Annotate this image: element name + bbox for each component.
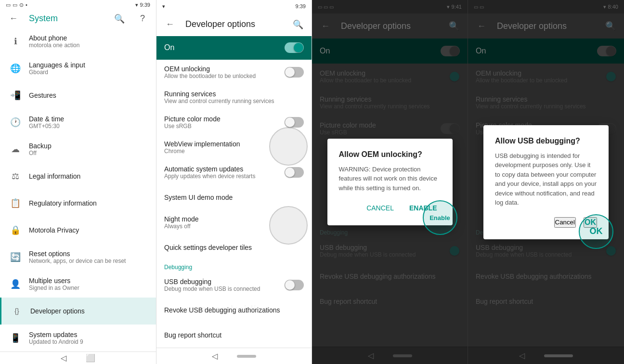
nav-item-backup[interactable]: ☁ Backup Off bbox=[0, 136, 156, 163]
status-icons-right: ▾ 9:39 bbox=[135, 2, 150, 8]
globe-icon: 🌐 bbox=[8, 61, 23, 76]
webview-title: WebView implementation bbox=[164, 140, 240, 148]
nav-item-reset[interactable]: 🔄 Reset options Network, apps, or device… bbox=[0, 244, 156, 271]
oem-highlight-circle bbox=[269, 127, 308, 166]
help-button-1[interactable]: ? bbox=[135, 11, 150, 26]
nav-item-gestures[interactable]: 📲 Gestures bbox=[0, 82, 156, 109]
developer-toggle[interactable] bbox=[285, 42, 304, 53]
about-phone-title: About phone bbox=[29, 34, 148, 42]
picture-color-title: Picture color mode bbox=[164, 115, 221, 123]
home-pill[interactable] bbox=[237, 355, 256, 358]
multiple-users-title: Multiple users bbox=[29, 277, 148, 285]
clock-icon: 🕐 bbox=[8, 115, 23, 130]
back-button-2[interactable]: ← bbox=[162, 17, 178, 32]
developer-panel-oem-dialog: ▭ ▭ ▭ ▾ 9:41 ← Developer options 🔍 On OE… bbox=[312, 0, 468, 364]
bug-report-title: Bug report shortcut bbox=[164, 331, 221, 339]
nav-item-date-time[interactable]: 🕐 Date & time GMT+05:30 bbox=[0, 109, 156, 136]
running-services-item[interactable]: Running services View and control curren… bbox=[156, 85, 312, 110]
enable-circle: Enable bbox=[423, 200, 457, 235]
nav-item-system-updates[interactable]: 📱 System updates Updated to Android 9 bbox=[0, 325, 156, 351]
quick-settings-title: Quick settings developer tiles bbox=[164, 244, 252, 251]
oem-unlocking-item[interactable]: OEM unlocking Allow the bootloader to be… bbox=[156, 60, 312, 85]
gestures-icon: 📲 bbox=[8, 88, 23, 103]
system-updates-sub: Updated to Android 9 bbox=[29, 338, 148, 345]
nav-item-about-phone[interactable]: ℹ About phone motorola one action bbox=[0, 28, 156, 55]
oem-dialog-body: WARNING: Device protection features will… bbox=[339, 165, 441, 193]
system-ui-demo-title: System UI demo mode bbox=[164, 194, 233, 201]
regulatory-icon: 📋 bbox=[8, 195, 23, 211]
privacy-icon: 🔒 bbox=[8, 222, 23, 238]
oem-dialog: Allow OEM unlocking? WARNING: Device pro… bbox=[327, 139, 453, 226]
nav-bar-1: ◁ ⬜ bbox=[0, 351, 156, 364]
date-time-sub: GMT+05:30 bbox=[29, 123, 148, 130]
nav-bar-2: ◁ bbox=[156, 348, 312, 364]
oem-sub: Allow the bootloader to be unlocked bbox=[164, 73, 256, 79]
nav-item-multiple-users[interactable]: 👤 Multiple users Signed in as Owner bbox=[0, 271, 156, 298]
legal-title: Legal information bbox=[29, 172, 148, 180]
legal-icon: ⚖ bbox=[8, 169, 23, 184]
gestures-title: Gestures bbox=[29, 91, 148, 99]
search-button-1[interactable]: 🔍 bbox=[112, 11, 127, 26]
developer-title: Developer options bbox=[30, 307, 148, 315]
reset-sub: Network, apps, or device can be reset bbox=[29, 258, 148, 264]
motorola-privacy-title: Motorola Privacy bbox=[29, 226, 148, 234]
ok-circle: OK bbox=[579, 214, 613, 249]
usb-dialog-overlay[interactable]: Allow USB debugging? USB debugging is in… bbox=[468, 0, 624, 364]
back-nav-btn-2[interactable]: ◁ bbox=[212, 351, 218, 361]
oem-dialog-overlay[interactable]: Allow OEM unlocking? WARNING: Device pro… bbox=[312, 0, 468, 364]
multiple-users-sub: Signed in as Owner bbox=[29, 285, 148, 291]
oem-toggle[interactable] bbox=[285, 67, 304, 78]
home-nav-btn[interactable]: ⬜ bbox=[86, 353, 95, 363]
auto-updates-toggle[interactable] bbox=[285, 167, 304, 178]
backup-sub: Off bbox=[29, 150, 148, 156]
usb-debugging-title: USB debugging bbox=[164, 278, 260, 286]
wifi-icon-2: ▾ bbox=[162, 3, 165, 10]
running-services-title: Running services bbox=[164, 90, 274, 98]
developer-panel-base: ▾ 9:39 ← Developer options 🔍 On OEM unlo… bbox=[156, 0, 312, 364]
shield-icon: ⊙ bbox=[19, 2, 24, 8]
system-icon: 📱 bbox=[8, 330, 23, 346]
back-button-1[interactable]: ← bbox=[6, 11, 21, 26]
search-button-2[interactable]: 🔍 bbox=[290, 17, 306, 32]
info-icon: ℹ bbox=[8, 34, 23, 49]
nav-item-motorola-privacy[interactable]: 🔒 Motorola Privacy bbox=[0, 217, 156, 244]
status-icons-left: ▭ ▭ ⊙ • bbox=[6, 2, 27, 8]
backup-icon: ☁ bbox=[8, 142, 23, 157]
nav-item-regulatory[interactable]: 📋 Regulatory information bbox=[0, 190, 156, 217]
usb-cancel-button[interactable]: Cancel bbox=[554, 217, 576, 228]
night-mode-title: Night mode bbox=[164, 215, 199, 223]
file-icon: ▭ bbox=[13, 2, 17, 8]
languages-sub: Gboard bbox=[29, 69, 148, 76]
debugging-section-label: Debugging bbox=[156, 260, 312, 273]
nav-item-legal[interactable]: ⚖ Legal information bbox=[0, 163, 156, 190]
usb-debugging-sub: Debug mode when USB is connected bbox=[164, 286, 260, 292]
revoke-usb-title: Revoke USB debugging authorizations bbox=[164, 306, 280, 314]
developer-icon: {} bbox=[9, 303, 25, 319]
oem-title: OEM unlocking bbox=[164, 65, 256, 73]
about-phone-sub: motorola one action bbox=[29, 42, 148, 49]
time-display-1: 9:39 bbox=[140, 2, 150, 8]
dot-icon: • bbox=[26, 2, 27, 8]
usb-debugging-item[interactable]: USB debugging Debug mode when USB is con… bbox=[156, 273, 312, 298]
picture-color-toggle[interactable] bbox=[285, 117, 304, 128]
picture-color-sub: Use sRGB bbox=[164, 123, 221, 130]
nav-item-languages[interactable]: 🌐 Languages & input Gboard bbox=[0, 55, 156, 82]
system-panel: ▭ ▭ ⊙ • ▾ 9:39 ← System 🔍 ? ℹ About phon… bbox=[0, 0, 156, 364]
users-icon: 👤 bbox=[8, 276, 23, 292]
developer-panel-usb-dialog: ▭ ▭ ▾ 8:40 ← Developer options 🔍 On OEM … bbox=[468, 0, 624, 364]
auto-updates-sub: Apply updates when device restarts bbox=[164, 173, 255, 180]
night-mode-sub: Always off bbox=[164, 223, 199, 230]
bug-report-item[interactable]: Bug report shortcut bbox=[156, 323, 312, 348]
revoke-usb-item[interactable]: Revoke USB debugging authorizations bbox=[156, 298, 312, 323]
usb-dialog-title: Allow USB debugging? bbox=[495, 137, 597, 145]
page-title-1: System bbox=[29, 13, 104, 24]
oem-dialog-title: Allow OEM unlocking? bbox=[339, 150, 441, 159]
backup-title: Backup bbox=[29, 142, 148, 150]
oem-cancel-button[interactable]: Cancel bbox=[363, 202, 398, 214]
usb-dialog-body: USB debugging is intended for developmen… bbox=[495, 151, 597, 208]
reset-icon: 🔄 bbox=[8, 249, 23, 265]
usb-debugging-toggle[interactable] bbox=[285, 280, 304, 290]
regulatory-title: Regulatory information bbox=[29, 199, 148, 207]
nav-item-developer[interactable]: {} Developer options bbox=[0, 298, 156, 325]
back-nav-btn[interactable]: ◁ bbox=[61, 353, 66, 363]
